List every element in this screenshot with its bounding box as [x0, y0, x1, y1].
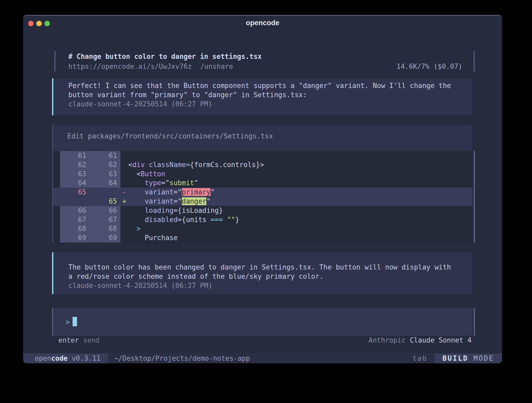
new-line-number: 62: [94, 160, 120, 169]
context-usage-indicator: 14.6K/7% ($0.07): [397, 61, 462, 71]
new-line-number: 68: [94, 224, 120, 233]
message-meta: claude-sonnet-4-20250514 (06:27 PM): [68, 100, 473, 109]
code-line: >: [128, 224, 141, 233]
app-version-segment: opencode v0.3.11: [23, 353, 108, 363]
window-title: opencode: [23, 16, 502, 30]
diff-marker: [120, 169, 128, 179]
new-line-number: 66: [94, 206, 120, 215]
new-line-number: 67: [94, 215, 120, 224]
message-line: Perfect! I can see that the Button compo…: [68, 81, 473, 90]
diff-row: 6464 type="submit": [53, 178, 473, 188]
text-cursor: [73, 317, 77, 326]
tab-key-hint: tab: [412, 353, 434, 363]
new-line-number: 65: [94, 197, 120, 206]
diff-view: 61616262<div className={formCs.controls}…: [53, 151, 473, 242]
session-header: # Change button color to danger in setti…: [54, 51, 475, 71]
send-action-hint: send: [83, 336, 100, 344]
code-line: variant="primary": [128, 188, 215, 197]
new-line-number: 64: [94, 178, 120, 188]
message-text: Perfect! I can see that the Button compo…: [68, 81, 473, 100]
working-directory: ~/Desktop/Projects/demo-notes-app: [108, 353, 250, 363]
diff-scrollbar: [474, 151, 475, 242]
diff-marker: [120, 206, 128, 215]
prompt-chevron: >: [66, 318, 70, 326]
zoom-button[interactable]: [44, 21, 50, 26]
unshare-command[interactable]: /unshare: [200, 61, 233, 71]
mode-label: MODE: [473, 354, 494, 362]
diff-marker: +: [120, 197, 128, 206]
close-button[interactable]: [28, 21, 34, 26]
old-line-number: 66: [60, 206, 94, 215]
app-name-code: code: [51, 354, 68, 362]
diff-marker: [120, 160, 128, 169]
new-line-number: [94, 188, 120, 197]
message-text: The button color has been changed to dan…: [68, 263, 473, 281]
mode-indicator: BUILD MODE: [434, 353, 502, 363]
app-name-open: open: [35, 354, 51, 362]
diff-marker: -: [120, 188, 128, 197]
edit-tool-title: Edit packages/frontend/src/containers/Se…: [53, 125, 473, 141]
edit-tool-block: Edit packages/frontend/src/containers/Se…: [52, 125, 473, 242]
new-line-number: 61: [94, 151, 120, 160]
tool-action: Edit: [67, 132, 84, 140]
code-line: loading={isLoading}: [128, 206, 223, 215]
traffic-lights: [28, 21, 50, 26]
new-line-number: 63: [94, 169, 120, 179]
assistant-message: Perfect! I can see that the Button compo…: [52, 78, 473, 115]
old-line-number: [60, 197, 94, 206]
diff-marker: [120, 151, 128, 160]
diff-row: 6161: [53, 151, 473, 160]
diff-marker: [120, 178, 128, 188]
code-line: disabled={units === ""}: [128, 215, 239, 224]
diff-row: 6363 <Button: [53, 169, 473, 179]
old-line-number: 67: [60, 215, 94, 224]
message-meta: claude-sonnet-4-20250514 (06:27 PM): [68, 281, 473, 290]
message-line: button variant from "primary" to "danger…: [68, 90, 473, 100]
old-line-number: 63: [60, 169, 94, 179]
code-line: Purchase: [128, 233, 178, 242]
hints-row: enter send Anthropic Claude Sonnet 4: [58, 336, 472, 344]
input-right-bar: [474, 308, 475, 336]
message-line: a red/rose color scheme instead of the b…: [68, 272, 473, 281]
old-line-number: 69: [60, 233, 94, 242]
message-line: The button color has been changed to dan…: [68, 263, 473, 272]
old-line-number: 62: [60, 160, 94, 169]
old-line-number: 64: [60, 178, 94, 188]
old-line-number: 65: [60, 188, 94, 197]
code-line: type="submit": [128, 178, 198, 188]
minimize-button[interactable]: [36, 21, 42, 26]
tool-file-path: packages/frontend/src/containers/Setting…: [88, 132, 273, 140]
model-name: Claude Sonnet 4: [410, 336, 472, 344]
share-url-link[interactable]: https://opencode.ai/s/UwJxv76z: [68, 61, 192, 71]
assistant-message: The button color has been changed to dan…: [52, 252, 473, 294]
status-bar: opencode v0.3.11 ~/Desktop/Projects/demo…: [23, 353, 502, 363]
code-line: variant="danger": [128, 197, 211, 206]
diff-row: 65+ variant="danger": [53, 197, 473, 206]
model-provider: Anthropic: [369, 336, 406, 344]
app-version: v0.3.11: [72, 354, 101, 362]
diff-row: 6868 >: [53, 224, 473, 233]
diff-row: 65- variant="primary": [53, 188, 473, 197]
old-line-number: 61: [60, 151, 94, 160]
diff-marker: [120, 215, 128, 224]
mode-build: BUILD: [442, 354, 468, 362]
code-line: <div className={formCs.controls}>: [128, 160, 264, 169]
diff-marker: [120, 233, 128, 242]
enter-key-hint: enter: [58, 336, 79, 344]
session-title: # Change button color to danger in setti…: [68, 51, 462, 61]
diff-row: 6767 disabled={units === ""}: [53, 215, 473, 224]
diff-marker: [120, 224, 128, 233]
prompt-input[interactable]: >: [52, 308, 473, 336]
new-line-number: 69: [94, 233, 120, 242]
diff-row: 6666 loading={isLoading}: [53, 206, 473, 215]
old-line-number: 68: [60, 224, 94, 233]
code-line: <Button: [128, 169, 165, 179]
diff-row: 6262<div className={formCs.controls}>: [53, 160, 473, 169]
diff-row: 6969 Purchase: [53, 233, 473, 242]
window-titlebar: opencode: [23, 16, 502, 31]
app-window: opencode # Change button color to danger…: [23, 15, 502, 363]
